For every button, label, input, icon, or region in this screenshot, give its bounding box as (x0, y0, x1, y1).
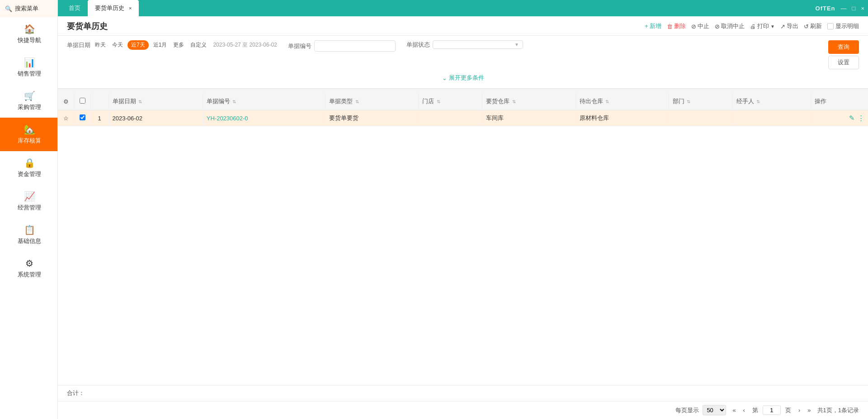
shortcut-more[interactable]: 更多 (171, 41, 186, 49)
page-size-label: 每页显示 (675, 406, 699, 414)
data-table-wrap: ⚙ 单据日期 ⇅ 单据编号 ⇅ (58, 93, 868, 385)
col-header-store[interactable]: 门店 ⇅ (419, 93, 482, 110)
tab-active[interactable]: 要货单历史 × (88, 0, 139, 16)
display-detail-label: 显示明细 (835, 22, 859, 30)
sidebar-item-system[interactable]: ⚙ 系统管理 (0, 252, 57, 285)
refresh-label: 刷新 (810, 22, 822, 30)
sidebar-item-inventory[interactable]: 🏡 库存核算 (0, 118, 57, 151)
col-header-pending-warehouse[interactable]: 待出仓库 ⇅ (576, 93, 669, 110)
col-header-dept[interactable]: 部门 ⇅ (669, 93, 732, 110)
display-detail-checkbox[interactable] (827, 23, 834, 29)
filter-actions: 查询 设置 (828, 40, 859, 69)
col-header-num (90, 93, 108, 110)
row-store (419, 110, 482, 126)
setting-button[interactable]: 设置 (828, 56, 859, 69)
sort-dept-icon: ⇅ (687, 99, 690, 104)
docno-link[interactable]: YH-20230602-0 (207, 115, 248, 122)
col-header-handler[interactable]: 经手人 ⇅ (732, 93, 811, 110)
row-docno[interactable]: YH-20230602-0 (203, 110, 325, 126)
status-select[interactable]: ▼ (433, 40, 523, 49)
status-filter-group: 单据状态 ▼ (406, 40, 523, 49)
basics-icon: 📋 (24, 224, 35, 235)
date-filter-group: 单据日期 昨天 今天 近7天 近1月 更多 自定义 2023-05-27 至 2… (67, 40, 277, 50)
shortcut-1month[interactable]: 近1月 (151, 41, 169, 49)
row-more-icon[interactable]: ⋮ (858, 114, 864, 122)
page-input[interactable] (763, 405, 781, 415)
total-info: 共1页，1条记录 (817, 406, 859, 414)
close-btn[interactable]: × (861, 5, 864, 12)
refresh-button[interactable]: ↺ 刷新 (804, 22, 822, 30)
restore-btn[interactable]: □ (852, 5, 856, 12)
next-page-btn[interactable]: › (796, 406, 803, 414)
row-edit-icon[interactable]: ✎ (849, 114, 855, 122)
new-button[interactable]: + 新增 (645, 22, 661, 30)
sidebar-item-operations[interactable]: 📈 经营管理 (0, 185, 57, 218)
row-dept (669, 110, 732, 126)
last-page-btn[interactable]: » (805, 406, 813, 414)
query-button[interactable]: 查询 (828, 40, 859, 54)
page-title-row: 要货单历史 + 新增 🗑 删除 ⊘ 中止 ⊘ 取消中止 (67, 21, 859, 32)
page-size-select[interactable]: 50 20 100 200 (703, 405, 726, 415)
operations-icon: 📈 (24, 191, 35, 202)
col-header-checkbox[interactable] (74, 93, 90, 110)
cancel-suspend-icon: ⊘ (715, 23, 720, 30)
display-detail-toggle[interactable]: 显示明细 (827, 22, 859, 30)
filter-bottom-row: ⌄ 展开更多条件 (58, 69, 868, 89)
cancel-suspend-label: 取消中止 (721, 22, 745, 30)
expand-more-btn[interactable]: ⌄ 展开更多条件 (67, 71, 859, 85)
row-settings[interactable]: ☆ (58, 110, 74, 126)
col-header-req-warehouse[interactable]: 要货仓库 ⇅ (482, 93, 576, 110)
delete-label: 删除 (674, 22, 686, 30)
data-table: ⚙ 单据日期 ⇅ 单据编号 ⇅ (58, 93, 868, 126)
cancel-suspend-button[interactable]: ⊘ 取消中止 (715, 22, 745, 30)
date-shortcuts: 昨天 今天 近7天 近1月 更多 自定义 (93, 40, 208, 50)
suspend-button[interactable]: ⊘ 中止 (691, 22, 709, 30)
sidebar-item-sales[interactable]: 📊 销售管理 (0, 51, 57, 84)
shortcut-yesterday[interactable]: 昨天 (93, 41, 108, 49)
table-body: ☆ 1 2023-06-02 YH-20230602-0 要货单要货 车间库 原… (58, 110, 868, 126)
row-checkbox[interactable] (74, 110, 90, 126)
prev-page-btn[interactable]: ‹ (741, 406, 748, 414)
col-header-settings[interactable]: ⚙ (58, 93, 74, 110)
shortcut-7days[interactable]: 近7天 (127, 40, 149, 50)
row-date: 2023-06-02 (108, 110, 203, 126)
shortcut-custom[interactable]: 自定义 (189, 41, 208, 49)
table-row[interactable]: ☆ 1 2023-06-02 YH-20230602-0 要货单要货 车间库 原… (58, 110, 868, 126)
page-title: 要货单历史 (67, 21, 108, 32)
sidebar-item-label: 经营管理 (18, 204, 41, 212)
sidebar-item-basics[interactable]: 📋 基础信息 (0, 218, 57, 252)
sidebar-item-label: 系统管理 (18, 271, 41, 279)
export-label: 导出 (787, 22, 798, 30)
sort-pending-wh-icon: ⇅ (605, 99, 609, 104)
sidebar-item-shortcut[interactable]: 🏠 快捷导航 (0, 17, 57, 51)
print-dropdown-icon: ▼ (770, 24, 775, 29)
col-header-docno[interactable]: 单据编号 ⇅ (203, 93, 325, 110)
row-select-checkbox[interactable] (80, 114, 85, 120)
date-range-display: 2023-05-27 至 2023-06-02 (213, 41, 277, 49)
print-button[interactable]: 🖨 打印 ▼ (750, 22, 775, 30)
print-label: 打印 (757, 22, 769, 30)
export-button[interactable]: ↗ 导出 (780, 22, 798, 30)
export-icon: ↗ (780, 23, 785, 30)
suspend-label: 中止 (698, 22, 709, 30)
content-area: 要货单历史 + 新增 🗑 删除 ⊘ 中止 ⊘ 取消中止 (58, 16, 868, 419)
status-filter-label: 单据状态 (406, 41, 430, 49)
search-icon: 🔍 (5, 5, 12, 12)
minimize-btn[interactable]: — (841, 5, 847, 12)
tab-home-label: 首页 (69, 4, 80, 12)
first-page-btn[interactable]: « (730, 406, 738, 414)
col-header-date[interactable]: 单据日期 ⇅ (108, 93, 203, 110)
sidebar-item-finance[interactable]: 🔒 资金管理 (0, 151, 57, 185)
shortcut-today[interactable]: 今天 (110, 41, 125, 49)
sidebar-search[interactable]: 🔍 搜索菜单 (0, 0, 57, 17)
docno-input[interactable] (314, 40, 396, 52)
sidebar-item-purchase[interactable]: 🛒 采购管理 (0, 84, 57, 118)
tab-list: 首页 要货单历史 × (61, 0, 139, 16)
delete-button[interactable]: 🗑 删除 (667, 22, 686, 30)
tab-home[interactable]: 首页 (61, 0, 88, 16)
tab-close-icon[interactable]: × (129, 5, 132, 11)
page-suffix: 页 (783, 405, 794, 415)
col-header-action: 操作 (811, 93, 868, 110)
col-header-type[interactable]: 单据类型 ⇅ (326, 93, 419, 110)
select-all-checkbox[interactable] (80, 98, 85, 104)
